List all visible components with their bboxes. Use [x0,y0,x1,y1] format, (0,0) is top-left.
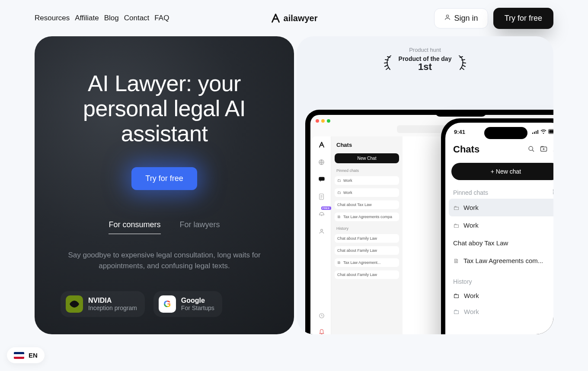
phone-time: 9:41 [454,129,465,135]
folder-icon: 🗀 [337,178,341,183]
chat-icon [318,175,326,183]
laurel-right-icon [456,54,467,73]
bell-icon [318,327,326,334]
document-icon [318,193,326,200]
svg-rect-7 [534,132,535,134]
nav-blog[interactable]: Blog [104,14,119,22]
product-showcase: Product hunt Product of the day 1st [297,36,553,334]
folder-icon: 🗀 [453,204,459,211]
svg-point-0 [446,15,448,17]
primary-nav: Resources Affiliate Blog Contact FAQ [35,14,169,22]
nav-contact[interactable]: Contact [124,14,150,22]
app-rail: FREE [312,136,331,334]
list-item: 🗀Work [335,176,399,185]
file-icon: 🗎 [337,215,341,219]
hero-card: AI Lawyer: your personal legal AI assist… [35,36,294,334]
badge-nvidia-title: NVIDIA [88,297,137,304]
ph-source: Product hunt [409,47,441,53]
folder-icon: 🗀 [453,292,460,299]
list-item: Chat about Family Law [335,234,399,243]
tab-lawyers[interactable]: For lawyers [180,220,220,234]
list-item: 🗀Work [449,199,553,216]
nav-affiliate[interactable]: Affiliate [75,14,99,22]
globe-icon [318,158,326,166]
svg-rect-8 [536,131,537,134]
brand-logo[interactable]: ailawyer [271,13,318,23]
desktop-sidebar: Chats New Chat Pinned chats 🗀Work 🗀Work … [331,136,403,334]
hero-tabs: For consumers For lawyers [109,220,220,234]
signal-icon [532,129,539,135]
desktop-pinned-label: Pinned chats [335,167,399,173]
phone-newchat-button: + New chat [451,163,553,180]
profile-icon [318,227,326,235]
language-selector[interactable]: EN [7,347,45,363]
maximize-dot-icon [327,119,330,123]
user-icon [444,14,451,23]
list-item: 🗀Work [445,304,553,320]
minimize-dot-icon [321,119,325,123]
phone-chats-title: Chats [453,144,479,155]
list-item: 🗀Work [445,216,553,234]
dynamic-island [484,127,527,139]
nav-resources[interactable]: Resources [35,14,70,22]
badge-google-title: Google [181,297,214,304]
signin-button[interactable]: Sign in [434,8,488,29]
list-item: 🗀Work [445,288,553,304]
laurel-left-icon [383,54,394,73]
logo-mark-icon [271,13,281,23]
list-item: 🗎Tax Law Agreements com... [445,252,553,270]
desktop-history-label: History [335,225,399,231]
hero-description: Say goodbye to expensive legal consultat… [61,250,268,272]
hero-title: AI Lawyer: your personal legal AI assist… [61,71,268,146]
list-item: 🗎Tax Law Agreements compa [335,212,399,221]
person-icon [553,146,553,154]
flag-uk-icon [14,352,24,359]
badge-google: G Google For Startups [153,291,222,317]
file-icon: 🗎 [453,257,459,264]
close-dot-icon [316,119,319,123]
premium-icon: FREE [318,210,326,218]
phone-mockup: 9:41 Chats + New chat [441,118,553,334]
search-icon [528,146,535,154]
battery-icon [548,129,553,135]
desktop-newchat-button: New Chat [335,153,399,163]
badge-google-sub: For Startups [181,304,214,311]
file-icon: 🗎 [337,260,341,265]
svg-point-13 [529,146,533,150]
list-item: Chat about Tax Law [335,200,399,209]
list-item: 🗎Tax Law Agreement... [335,258,399,267]
brand-name: ailawyer [284,13,318,23]
list-item: Chat aboy Tax Law [445,234,553,252]
nav-faq[interactable]: FAQ [154,14,169,22]
header-actions: Sign in Try for free [434,8,553,29]
svg-rect-6 [532,133,533,134]
nvidia-icon [66,295,83,313]
ph-rank: 1st [418,61,432,73]
folder-icon: 🗀 [453,308,460,315]
add-folder-icon [540,146,547,154]
badge-nvidia-sub: Inception program [88,304,137,311]
folder-icon: 🗀 [453,222,459,229]
list-item: 🗀Work [335,188,399,197]
laptop-notch [435,110,487,117]
svg-point-4 [320,229,323,231]
google-icon: G [159,295,176,313]
svg-rect-11 [549,130,553,133]
folder-icon: 🗀 [337,190,341,195]
partner-badges: NVIDIA Inception program G Google For St… [61,291,268,317]
rail-logo-icon [318,141,326,149]
wifi-icon [540,129,546,135]
svg-rect-9 [537,130,538,134]
free-tag: FREE [321,206,331,210]
desktop-chats-title: Chats [335,141,399,150]
grid-icon [553,189,553,196]
svg-rect-2 [319,177,324,181]
main-content: AI Lawyer: your personal legal AI assist… [0,36,588,334]
producthunt-badge: Product hunt Product of the day 1st [383,47,467,73]
phone-pinned-label: Pinned chats [445,186,553,199]
site-header: Resources Affiliate Blog Contact FAQ ail… [0,0,588,36]
hero-cta-button[interactable]: Try for free [131,167,197,190]
phone-history-label: History [445,276,553,288]
tryfree-button[interactable]: Try for free [493,8,553,29]
tab-consumers[interactable]: For consumers [109,220,160,234]
